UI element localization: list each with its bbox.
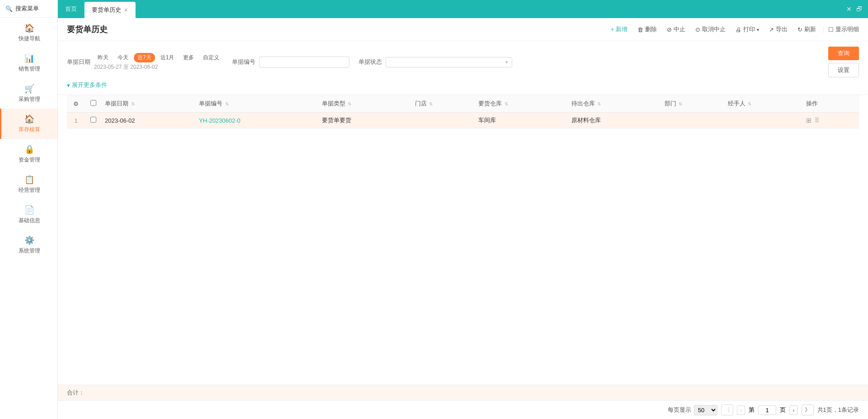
expand-more-button[interactable]: ▾ 展开更多条件 bbox=[67, 81, 859, 89]
shortcut-today[interactable]: 今天 bbox=[114, 53, 132, 62]
first-page-button[interactable]: 《 bbox=[721, 405, 733, 415]
delete-icon: 🗑 bbox=[637, 26, 643, 33]
stop-icon: ⊘ bbox=[667, 26, 672, 33]
export-button[interactable]: ↗ 导出 bbox=[766, 24, 790, 35]
delete-button[interactable]: 🗑 删除 bbox=[635, 24, 660, 35]
sort-icon-doc-type: ⇅ bbox=[348, 101, 351, 106]
sidebar-item-base-info[interactable]: 📄 基础信息 bbox=[0, 200, 57, 230]
toolbar-divider bbox=[823, 26, 824, 33]
sidebar-search[interactable]: 🔍 搜索菜单 bbox=[0, 0, 57, 18]
th-dept[interactable]: 部门 ⇅ bbox=[661, 95, 724, 113]
th-handler[interactable]: 经手人 ⇅ bbox=[724, 95, 802, 113]
page-header: 要货单历史 + 新增 🗑 删除 ⊘ 中止 ⊙ 取消中止 🖨 打印 bbox=[58, 18, 868, 41]
page-title: 要货单历史 bbox=[67, 24, 108, 35]
th-doc-number[interactable]: 单据编号 ⇅ bbox=[195, 95, 318, 113]
query-button[interactable]: 查询 bbox=[828, 47, 859, 60]
row-checkbox[interactable] bbox=[85, 113, 101, 129]
prev-page-button[interactable]: ‹ bbox=[737, 405, 745, 415]
shortcut-yesterday[interactable]: 昨天 bbox=[94, 53, 112, 62]
sort-icon-date: ⇅ bbox=[131, 101, 135, 106]
sidebar-item-operations[interactable]: 📋 经营管理 bbox=[0, 169, 57, 200]
tab-close-icon[interactable]: ✕ bbox=[124, 7, 128, 13]
sidebar-item-sales[interactable]: 📊 销售管理 bbox=[0, 48, 57, 78]
per-page-label: 每页显示 bbox=[668, 406, 691, 414]
shortcut-custom[interactable]: 自定义 bbox=[199, 53, 223, 62]
row-date: 2023-06-02 bbox=[101, 113, 195, 129]
th-doc-type[interactable]: 单据类型 ⇅ bbox=[318, 95, 411, 113]
page-content: 要货单历史 + 新增 🗑 删除 ⊘ 中止 ⊙ 取消中止 🖨 打印 bbox=[58, 18, 868, 419]
per-page-select[interactable]: 20 50 100 bbox=[694, 405, 717, 415]
table-row: 1 2023-06-02 YH-20230602-0 要货单要货 车间库 原材料… bbox=[67, 113, 859, 129]
row-req-warehouse: 车间库 bbox=[475, 113, 568, 129]
tab-requisition-history-label: 要货单历史 bbox=[92, 6, 121, 14]
select-all-checkbox[interactable] bbox=[90, 100, 96, 106]
sidebar-item-finance[interactable]: 🔒 资金管理 bbox=[0, 139, 57, 169]
sort-icon-req-warehouse: ⇅ bbox=[505, 101, 508, 106]
sort-icon-dept: ⇅ bbox=[679, 101, 682, 106]
next-page-button[interactable]: › bbox=[789, 405, 797, 415]
total-label: 合计： bbox=[67, 389, 85, 396]
sidebar-item-quick-nav[interactable]: 🏠 快捷导航 bbox=[0, 18, 57, 48]
doc-number-input[interactable] bbox=[259, 57, 349, 68]
page-number-input[interactable]: 1 bbox=[758, 405, 776, 415]
row-handler bbox=[724, 113, 802, 129]
row-doc-number[interactable]: YH-20230602-0 bbox=[195, 113, 318, 129]
pagination-bar: 每页显示 20 50 100 《 ‹ 第 1 页 › 》 共1页，1条记录 bbox=[58, 400, 868, 419]
row-doc-type: 要货单要货 bbox=[318, 113, 411, 129]
th-req-warehouse[interactable]: 要货仓库 ⇅ bbox=[475, 95, 568, 113]
main-area: 首页 要货单历史 ✕ ✕ 🗗 要货单历史 + 新增 🗑 删除 ⊘ 中止 bbox=[58, 0, 868, 419]
th-pending-warehouse[interactable]: 待出仓库 ⇅ bbox=[568, 95, 661, 113]
new-button[interactable]: + 新增 bbox=[608, 24, 630, 35]
gear-icon: ⚙️ bbox=[24, 235, 34, 245]
sidebar-item-system[interactable]: ⚙️ 系统管理 bbox=[0, 230, 57, 260]
tab-bar-right-controls: ✕ 🗗 bbox=[841, 0, 868, 18]
sort-icon-pending-warehouse: ⇅ bbox=[597, 101, 601, 106]
stop-button[interactable]: ⊘ 中止 bbox=[664, 24, 688, 35]
table-wrapper: ⚙ 单据日期 ⇅ 单据编号 ⇅ 单据类型 ⇅ bbox=[58, 95, 868, 385]
filter-date-label: 单据日期 bbox=[67, 58, 90, 66]
page-label: 页 bbox=[780, 406, 786, 414]
tab-requisition-history[interactable]: 要货单历史 ✕ bbox=[85, 2, 136, 18]
shortcut-1month[interactable]: 近1月 bbox=[157, 53, 178, 62]
action-buttons: 查询 设置 bbox=[828, 47, 859, 77]
window-restore-icon[interactable]: 🗗 bbox=[856, 5, 863, 13]
print-button[interactable]: 🖨 打印 ▾ bbox=[733, 24, 762, 35]
sidebar-item-purchase[interactable]: 🛒 采购管理 bbox=[0, 78, 57, 109]
doc-status-select[interactable]: ▾ bbox=[386, 57, 512, 67]
export-icon: ↗ bbox=[769, 26, 774, 33]
tab-home[interactable]: 首页 bbox=[58, 0, 85, 18]
th-checkbox[interactable] bbox=[85, 95, 101, 113]
pagination-summary: 共1页，1条记录 bbox=[817, 406, 859, 414]
sidebar-item-label: 采购管理 bbox=[19, 95, 40, 103]
sidebar-item-label: 系统管理 bbox=[19, 247, 40, 255]
cancel-stop-button[interactable]: ⊙ 取消中止 bbox=[693, 24, 728, 35]
row-view-icon[interactable]: ⊞ bbox=[806, 117, 811, 124]
tab-bar: 首页 要货单历史 ✕ ✕ 🗗 bbox=[58, 0, 868, 18]
row-select-checkbox[interactable] bbox=[90, 117, 96, 123]
search-icon: 🔍 bbox=[5, 5, 13, 12]
sort-icon-handler: ⇅ bbox=[748, 101, 751, 106]
th-store[interactable]: 门店 ⇅ bbox=[411, 95, 475, 113]
filter-doc-number: 单据编号 bbox=[232, 57, 349, 68]
last-page-button[interactable]: 》 bbox=[802, 405, 814, 415]
cart-icon: 🛒 bbox=[24, 84, 34, 94]
shortcut-more[interactable]: 更多 bbox=[179, 53, 198, 62]
shortcut-7days[interactable]: 近7天 bbox=[134, 53, 155, 62]
row-more-icon[interactable]: ⠿ bbox=[815, 117, 819, 124]
sidebar-search-label: 搜索菜单 bbox=[15, 5, 39, 13]
row-operations: ⊞ ⠿ bbox=[802, 113, 859, 129]
refresh-button[interactable]: ↻ 刷新 bbox=[795, 24, 819, 35]
tab-home-label: 首页 bbox=[65, 5, 77, 13]
settings-button[interactable]: 设置 bbox=[828, 63, 859, 77]
filter-date: 单据日期 昨天 今天 近7天 近1月 更多 自定义 2023-05-27 至 2… bbox=[67, 53, 223, 71]
window-close-icon[interactable]: ✕ bbox=[846, 5, 852, 13]
date-shortcut-group: 昨天 今天 近7天 近1月 更多 自定义 bbox=[94, 53, 223, 62]
page-jump-label: 第 bbox=[749, 406, 755, 414]
display-detail-toggle[interactable]: ☐ 显示明细 bbox=[828, 25, 859, 33]
sidebar-item-inventory[interactable]: 🏠 库存核算 bbox=[0, 109, 57, 139]
data-table: ⚙ 单据日期 ⇅ 单据编号 ⇅ 单据类型 ⇅ bbox=[67, 95, 859, 129]
th-settings[interactable]: ⚙ bbox=[67, 95, 85, 113]
th-date[interactable]: 单据日期 ⇅ bbox=[101, 95, 195, 113]
toolbar: + 新增 🗑 删除 ⊘ 中止 ⊙ 取消中止 🖨 打印 ▾ bbox=[608, 24, 859, 35]
print-chevron-icon: ▾ bbox=[757, 27, 759, 32]
